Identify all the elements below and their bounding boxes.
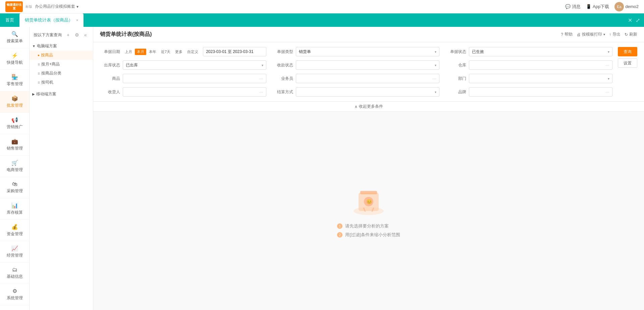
- date-tab-last-month[interactable]: 上月: [123, 49, 134, 55]
- date-tab-custom[interactable]: 自定义: [185, 49, 200, 55]
- sidebar-item-wholesale[interactable]: 📦 批发管理: [0, 91, 29, 113]
- out-status-input[interactable]: 已出库 ▾: [123, 60, 266, 70]
- filter-section: 单据日期 上月 本月 本年 近7天 更多 自定义: [100, 47, 637, 97]
- sales-icon: 💼: [0, 138, 29, 145]
- print-btn[interactable]: 🖨 按模板打印 ▾: [577, 32, 605, 37]
- tab-close-icon[interactable]: ×: [76, 18, 78, 22]
- settlement-input[interactable]: ▾: [296, 87, 439, 97]
- settings-button[interactable]: 设置: [618, 58, 637, 68]
- tab-sales-stats[interactable]: 销货单统计表（按商品） ×: [19, 13, 84, 27]
- filter-row-1: 单据日期 上月 本月 本年 近7天 更多 自定义: [100, 47, 612, 56]
- tip-num-1: 1: [337, 223, 342, 229]
- collapse-row[interactable]: ∧ 收起更多条件: [93, 102, 644, 112]
- date-tab-this-month[interactable]: 本月: [135, 49, 146, 55]
- sidebar-item-purchase[interactable]: 🛍 采购管理: [0, 177, 29, 198]
- tree-item-by-clerk[interactable]: ≡ 按司机: [30, 78, 93, 87]
- sidebar-item-search-menu[interactable]: 🔍 搜索菜单: [0, 27, 29, 48]
- filter-row-2: 出库状态 已出库 ▾ 收款状态 ▾: [100, 60, 612, 70]
- menu-icon-3: ≡: [38, 80, 40, 85]
- tree-group-pc[interactable]: ▼ 电脑端方案: [30, 42, 93, 51]
- sidebar-item-ecommerce[interactable]: 🛒 电商管理: [0, 156, 29, 177]
- filter-col-date: 单据日期 上月 本月 本年 近7天 更多 自定义: [100, 47, 266, 56]
- tree-item-by-month-product[interactable]: ≡ 按月+商品: [30, 60, 93, 69]
- sidebar-item-inventory[interactable]: 📊 库存核算: [0, 198, 29, 220]
- ecommerce-icon: 🛒: [0, 160, 29, 166]
- tree-item-by-product-category[interactable]: ≡ 按商品分类: [30, 69, 93, 78]
- brand-input[interactable]: ···: [469, 87, 612, 97]
- help-icon: ?: [561, 32, 563, 37]
- tree-group-mobile[interactable]: ▶ 移动端方案: [30, 90, 93, 99]
- sidebar-item-quick-nav[interactable]: ⚡ 快捷导航: [0, 48, 29, 70]
- warehouse-dots-icon: ···: [605, 62, 609, 68]
- date-tab-more[interactable]: 更多: [173, 49, 184, 55]
- warehouse-input[interactable]: ···: [469, 60, 612, 70]
- empty-tip-2: 2 用[过滤]条件来缩小分析范围: [337, 232, 400, 238]
- receipt-status-dropdown-icon: ▾: [435, 63, 436, 67]
- filter-col-product: 商品 ···: [100, 74, 266, 83]
- sidebar-item-company[interactable]: 🤝 企业协同: [0, 305, 29, 310]
- marketing-icon: 📢: [0, 117, 29, 123]
- filter-col-settlement: 结算方式 ▾: [273, 87, 439, 97]
- doc-status-dropdown-icon: ▾: [608, 50, 609, 54]
- consignee-label: 收货人: [100, 89, 123, 95]
- sidebar-item-sales[interactable]: 💼 销售管理: [0, 134, 29, 156]
- tree-expand-icon-mobile: ▶: [32, 92, 35, 96]
- date-group: 上月 本月 本年 近7天 更多 自定义 2023-03-01 至 2023-03…: [123, 47, 266, 56]
- sidebar-item-marketing[interactable]: 📢 营销推广: [0, 113, 29, 134]
- export-icon: ↑: [609, 32, 611, 37]
- tab-home[interactable]: 首页: [0, 13, 19, 27]
- scheme-settings-btn[interactable]: ⚙: [73, 32, 80, 38]
- consignee-input[interactable]: ···: [123, 87, 266, 97]
- refresh-icon: ↻: [625, 32, 628, 37]
- add-scheme-btn[interactable]: +: [65, 32, 71, 38]
- filter-col-warehouse: 仓库 ···: [446, 60, 612, 70]
- message-btn[interactable]: 💬 消息: [565, 4, 581, 10]
- dept-input[interactable]: ▾: [469, 74, 612, 83]
- user-menu[interactable]: Ea demo2: [614, 2, 639, 11]
- app-logo: 畅捷通好生意: [5, 1, 23, 12]
- brand-dots-icon: ···: [605, 89, 609, 95]
- sidebar-item-basic[interactable]: 🗂 基础信息: [0, 263, 29, 284]
- product-input[interactable]: ···: [123, 74, 266, 83]
- query-button[interactable]: 查询: [618, 47, 637, 56]
- tip-num-2: 2: [337, 232, 342, 238]
- collapse-panel-btn[interactable]: «: [82, 32, 89, 38]
- active-dot-icon: ●: [38, 53, 40, 57]
- wholesale-icon: 📦: [0, 95, 29, 102]
- right-panel: 销货单统计表(按商品) ? 帮助 🖨 按模板打印 ▾ ↑ 导出: [93, 27, 644, 310]
- date-tabs: 上月 本月 本年 近7天 更多 自定义: [123, 49, 200, 55]
- doc-status-input[interactable]: 已生效 ▾: [469, 47, 612, 56]
- close-window-icon[interactable]: ✕: [628, 17, 632, 23]
- operation-icon: 📈: [0, 245, 29, 252]
- receipt-status-input[interactable]: ▾: [296, 60, 439, 70]
- maximize-icon[interactable]: ⤢: [636, 17, 640, 23]
- inventory-icon: 📊: [0, 202, 29, 209]
- filter-col-receipt-status: 收款状态 ▾: [273, 60, 439, 70]
- salesperson-input[interactable]: ···: [296, 74, 439, 83]
- sidebar-item-retail[interactable]: 🏪 零售管理: [0, 70, 29, 91]
- left-panel-icons: + ⚙ «: [65, 32, 89, 38]
- date-tab-this-year[interactable]: 本年: [147, 49, 158, 55]
- date-range-input[interactable]: 2023-03-01 至 2023-03-31: [203, 47, 266, 56]
- tree-section-pc: ▼ 电脑端方案 ● 按商品 ≡ 按月+商品 ≡ 按商品分类 ≡ 按司机: [30, 40, 93, 88]
- app-download-btn[interactable]: 📱 App下载: [586, 4, 609, 10]
- sidebar-item-finance[interactable]: 💰 资金管理: [0, 220, 29, 241]
- filter-col-out-status: 出库状态 已出库 ▾: [100, 60, 266, 70]
- content-area: 按以下方案查询 + ⚙ « ▼ 电脑端方案 ● 按商品 ≡ 按月: [30, 27, 644, 310]
- sidebar-item-operation[interactable]: 📈 经营管理: [0, 241, 29, 263]
- product-label: 商品: [100, 76, 123, 82]
- dept-label: 部门: [446, 76, 469, 82]
- refresh-btn[interactable]: ↻ 刷新: [625, 32, 637, 37]
- doc-type-input[interactable]: 销货单 ▾: [296, 47, 439, 56]
- collapse-up-icon: ∧: [355, 104, 358, 109]
- warehouse-label: 仓库: [446, 62, 469, 68]
- date-tab-last7[interactable]: 近7天: [159, 49, 172, 55]
- sidebar-item-system[interactable]: ⚙ 系统管理: [0, 284, 29, 305]
- export-btn[interactable]: ↑ 导出: [609, 32, 621, 37]
- settlement-dropdown-icon: ▾: [435, 90, 436, 94]
- tree-item-by-product[interactable]: ● 按商品: [30, 51, 93, 60]
- help-btn[interactable]: ? 帮助: [561, 32, 573, 37]
- avatar: Ea: [614, 2, 624, 11]
- purchase-icon: 🛍: [0, 181, 29, 187]
- workspace-selector[interactable]: 办公用品行业模拟账套 ▾: [35, 4, 78, 9]
